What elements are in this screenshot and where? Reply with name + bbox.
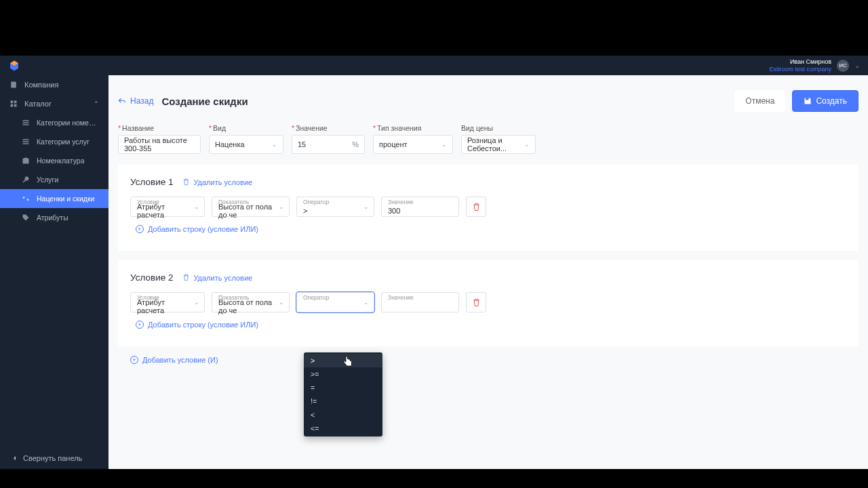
valtype-select[interactable]: процент⌄	[373, 135, 453, 154]
tag-icon	[22, 214, 30, 222]
collapse-sidebar-button[interactable]: Свернуть панель	[0, 447, 108, 469]
sidebar-item-markups[interactable]: Наценки и скидки	[0, 189, 108, 208]
sidebar-item-services[interactable]: Услуги	[0, 170, 108, 189]
chevron-up-icon: ⌃	[94, 100, 99, 107]
dropdown-option-lte[interactable]: <=	[304, 422, 382, 435]
price-label: Вид цены	[461, 124, 536, 132]
chevron-down-icon: ⌄	[524, 141, 530, 148]
plus-circle-icon: +	[130, 356, 138, 364]
list-icon	[22, 138, 30, 146]
chevron-down-icon: ⌄	[194, 203, 199, 210]
collapse-icon	[9, 454, 18, 462]
sidebar-item-nomen[interactable]: Номенклатура	[0, 151, 108, 170]
delete-condition-link[interactable]: Удалить условие	[182, 274, 252, 282]
plus-circle-icon: +	[136, 321, 144, 329]
user-menu[interactable]: Иван Смирнов Estiroom test company ИС ⌄	[769, 58, 860, 73]
operator-dropdown: > >= = != < <=	[304, 352, 382, 436]
chevron-down-icon: ⌄	[279, 299, 284, 306]
condition-title: Условие 1	[130, 177, 173, 187]
chevron-down-icon: ⌄	[194, 299, 199, 306]
page-title: Создание скидки	[161, 96, 248, 107]
sidebar: Компания Каталог ⌃ Категории номенк... К…	[0, 75, 108, 469]
condition-card-2: Условие 2 Удалить условие Условие Атрибу…	[118, 260, 859, 346]
value-label: *Значение	[292, 124, 365, 132]
save-icon	[804, 97, 812, 105]
percent-icon	[22, 195, 30, 203]
sidebar-item-cat-serv[interactable]: Категории услуг	[0, 132, 108, 151]
back-link[interactable]: Назад	[118, 96, 153, 106]
delete-row-button[interactable]	[466, 292, 486, 312]
app-logo	[8, 60, 20, 72]
trash-icon	[472, 298, 481, 307]
valtype-label: *Тип значения	[373, 124, 453, 132]
name-label: *Название	[118, 124, 201, 132]
value-input[interactable]: Значение	[381, 292, 459, 312]
sidebar-item-attributes[interactable]: Атрибуты	[0, 208, 108, 227]
list-icon	[22, 119, 30, 127]
trash-icon	[182, 178, 190, 186]
create-button[interactable]: Создать	[792, 90, 859, 112]
user-company: Estiroom test company	[769, 66, 831, 73]
indicator-select[interactable]: Показатель Высота от пола до че ⌄	[212, 197, 290, 217]
add-and-condition-link[interactable]: + Добавить условие (И)	[118, 356, 859, 364]
dropdown-option-eq[interactable]: =	[304, 381, 382, 394]
name-input[interactable]: Работы на высоте 300-355	[118, 135, 201, 154]
add-or-row-link[interactable]: + Добавить строку (условие ИЛИ)	[130, 225, 846, 233]
trash-icon	[472, 203, 481, 211]
chevron-down-icon: ⌄	[363, 299, 369, 306]
price-select[interactable]: Розница и Себестои...⌄	[461, 135, 536, 154]
avatar: ИС	[837, 60, 849, 72]
delete-condition-link[interactable]: Удалить условие	[182, 178, 252, 186]
condition-card-1: Условие 1 Удалить условие Условие Атрибу…	[118, 165, 859, 251]
value-input[interactable]: 15%	[292, 135, 365, 154]
sidebar-item-company[interactable]: Компания	[0, 75, 108, 94]
user-name: Иван Смирнов	[769, 58, 831, 66]
condition-select[interactable]: Условие Атрибут расчета ⌄	[130, 197, 205, 217]
operator-select[interactable]: Оператор ⌄	[296, 292, 374, 312]
indicator-select[interactable]: Показатель Высота от пола до че ⌄	[212, 292, 290, 312]
type-label: *Вид	[209, 124, 283, 132]
value-input[interactable]: Значение 300	[381, 197, 459, 217]
plus-circle-icon: +	[136, 225, 144, 233]
dropdown-option-neq[interactable]: !=	[304, 394, 382, 408]
dropdown-option-gte[interactable]: >=	[304, 367, 382, 381]
chevron-down-icon: ⌄	[854, 62, 860, 69]
chevron-down-icon: ⌄	[272, 141, 277, 148]
chevron-down-icon: ⌄	[279, 203, 284, 210]
type-select[interactable]: Наценка⌄	[209, 135, 283, 154]
chevron-down-icon: ⌄	[441, 141, 447, 148]
sidebar-item-cat-nomen[interactable]: Категории номенк...	[0, 113, 108, 132]
sidebar-item-catalog[interactable]: Каталог ⌃	[0, 94, 108, 113]
building-icon	[9, 81, 18, 89]
topbar: Иван Смирнов Estiroom test company ИС ⌄	[0, 56, 868, 75]
main-content: Назад Создание скидки Отмена Создать *На…	[108, 75, 868, 469]
dropdown-option-lt[interactable]: <	[304, 408, 382, 422]
add-or-row-link[interactable]: + Добавить строку (условие ИЛИ)	[130, 321, 846, 329]
undo-icon	[118, 97, 126, 105]
condition-select[interactable]: Условие Атрибут расчета ⌄	[130, 292, 205, 312]
cancel-button[interactable]: Отмена	[734, 90, 785, 112]
trash-icon	[182, 274, 190, 281]
chevron-down-icon: ⌄	[363, 203, 369, 210]
operator-select[interactable]: Оператор > ⌄	[296, 197, 374, 217]
wrench-icon	[22, 176, 30, 184]
box-icon	[22, 157, 30, 165]
condition-title: Условие 2	[130, 272, 173, 283]
delete-row-button[interactable]	[466, 197, 486, 217]
dropdown-option-gt[interactable]: >	[304, 354, 382, 367]
grid-icon	[9, 100, 18, 108]
